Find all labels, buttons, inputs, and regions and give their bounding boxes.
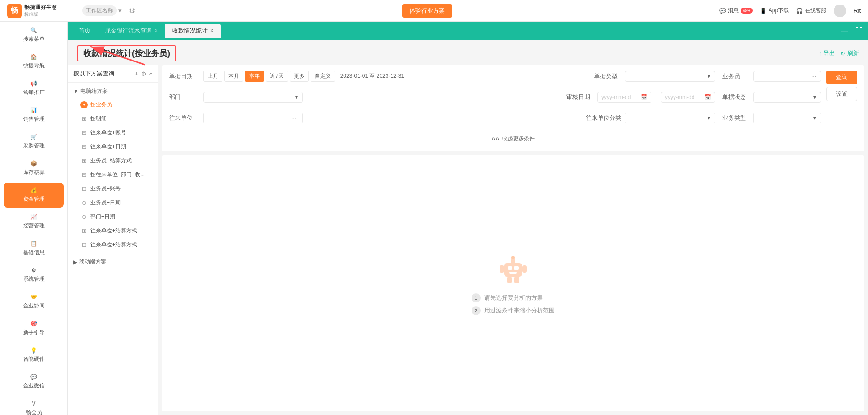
scheme-group-desktop-header[interactable]: ▼ 电脑端方案 bbox=[68, 85, 158, 98]
user-avatar[interactable] bbox=[834, 5, 846, 17]
date-buttons-group: 上月 本月 本年 近7天 更多 自定义 2023-01-01 至 2023-12… bbox=[203, 71, 404, 82]
refresh-icon: ↻ bbox=[840, 50, 845, 57]
settings-button[interactable]: 设置 bbox=[826, 87, 857, 101]
counterparty-more-dots[interactable]: ··· bbox=[290, 115, 298, 121]
tab-bank-flow[interactable]: 现金银行流水查询 × bbox=[98, 24, 165, 38]
query-button[interactable]: 查询 bbox=[826, 71, 857, 84]
scheme-item-salesman-date[interactable]: ⊙ 业务员+日期 bbox=[68, 196, 158, 210]
sidebar-item-inventory[interactable]: 📦 库存核算 bbox=[4, 156, 64, 181]
dept-select[interactable]: ▾ bbox=[203, 92, 303, 103]
business-type-select[interactable]: ▾ bbox=[753, 113, 821, 123]
sidebar-item-enterprise[interactable]: 🤝 企业协同 bbox=[4, 289, 64, 314]
basic-info-icon: 📋 bbox=[30, 241, 37, 247]
audit-date-start[interactable]: yyyy-mm-dd 📅 bbox=[597, 92, 651, 103]
date-btn-more[interactable]: 更多 bbox=[290, 71, 309, 82]
scheme-item-sal-account-label: 业务员+账号 bbox=[90, 185, 121, 193]
scheme-cp-settle2-icon: ⊟ bbox=[80, 241, 88, 248]
online-service-action[interactable]: 🎧 在线客服 bbox=[796, 7, 826, 14]
sidebar-item-wechat[interactable]: 💬 企业微信 bbox=[4, 369, 64, 394]
sidebar: 🔍 搜索菜单 🏠 快捷导航 📢 营销推广 📊 销售管理 🛒 采购管理 📦 库存核… bbox=[0, 22, 68, 415]
sidebar-item-membership[interactable]: V 畅会员 bbox=[4, 396, 64, 415]
tab-home[interactable]: 首页 bbox=[71, 24, 98, 38]
scheme-item-counterparty-dept-collect[interactable]: ⊟ 按往来单位+部门+收... bbox=[68, 168, 158, 182]
sidebar-label-sales: 销售管理 bbox=[23, 115, 45, 123]
scheme-item-sal-date-label: 业务员+日期 bbox=[90, 199, 121, 207]
cp-category-chevron: ▾ bbox=[708, 115, 710, 121]
scheme-item-salesman-settlement[interactable]: ⊞ 业务员+结算方式 bbox=[68, 154, 158, 168]
scheme-header-icons: + ⚙ « bbox=[135, 70, 152, 77]
scheme-item-by-salesman[interactable]: ● 按业务员 bbox=[68, 98, 158, 112]
sidebar-item-system[interactable]: ⚙ 系统管理 bbox=[4, 263, 64, 288]
tab-bank-flow-close[interactable]: × bbox=[155, 28, 158, 34]
scheme-item-counterparty-settlement2[interactable]: ⊟ 往来单位+结算方式 bbox=[68, 238, 158, 252]
sidebar-item-operations[interactable]: 📈 经营管理 bbox=[4, 209, 64, 234]
guide-icon: 🎯 bbox=[30, 321, 37, 327]
date-btn-last-month[interactable]: 上月 bbox=[203, 71, 222, 82]
sidebar-item-sales[interactable]: 📊 销售管理 bbox=[4, 103, 64, 127]
scheme-item-sal-settle-label: 业务员+结算方式 bbox=[90, 157, 132, 165]
date-btn-this-year[interactable]: 本年 bbox=[245, 71, 264, 82]
collapse-row[interactable]: ∧∧ 收起更多条件 bbox=[169, 131, 857, 146]
counterparty-input[interactable]: ··· bbox=[203, 113, 303, 123]
workspace-dropdown[interactable]: 工作区名称 ▾ bbox=[79, 4, 125, 18]
export-button[interactable]: ↑ 导出 bbox=[819, 49, 835, 57]
sidebar-item-purchase[interactable]: 🛒 采购管理 bbox=[4, 129, 64, 154]
scheme-item-counterparty-settlement1[interactable]: ⊞ 往来单位+结算方式 bbox=[68, 224, 158, 238]
tab-minimize-icon[interactable]: — bbox=[839, 25, 850, 37]
sidebar-item-smart-hw[interactable]: 💡 智能硬件 bbox=[4, 343, 64, 368]
workspace-name: 工作区名称 bbox=[82, 5, 117, 16]
empty-steps: 1 请先选择要分析的方案 2 用过滤条件来缩小分析范围 bbox=[472, 293, 555, 315]
sidebar-label-system: 系统管理 bbox=[23, 275, 45, 283]
scheme-collapse-icon[interactable]: « bbox=[149, 71, 152, 77]
salesman-select[interactable]: ··· bbox=[753, 71, 821, 82]
home-tab-label: 首页 bbox=[79, 27, 90, 35]
scheme-group-mobile-header[interactable]: ▶ 移动端方案 bbox=[68, 255, 158, 269]
sidebar-item-guide[interactable]: 🎯 新手引导 bbox=[4, 316, 64, 341]
empty-state: 1 请先选择要分析的方案 2 用过滤条件来缩小分析范围 bbox=[162, 155, 864, 411]
date-btn-this-month[interactable]: 本月 bbox=[224, 71, 243, 82]
tab-collection-stat-close[interactable]: × bbox=[210, 28, 213, 34]
top-header: 畅 畅捷通好生意 标准版 工作区名称 ▾ ⚙ 体验行业方案 💬 消息 99+ 📱… bbox=[0, 0, 868, 22]
date-btn-custom[interactable]: 自定义 bbox=[311, 71, 335, 82]
gear-icon[interactable]: ⚙ bbox=[129, 6, 135, 15]
messages-action[interactable]: 💬 消息 99+ bbox=[719, 7, 753, 14]
tab-collection-stat[interactable]: 收款情况统计 × bbox=[165, 24, 221, 38]
sidebar-item-basic-info[interactable]: 📋 基础信息 bbox=[4, 236, 64, 261]
dept-chevron: ▾ bbox=[295, 94, 298, 100]
header-left: 畅 畅捷通好生意 标准版 工作区名称 ▾ ⚙ bbox=[7, 4, 135, 18]
scheme-mobile-arrow: ▶ bbox=[73, 259, 77, 265]
sidebar-label-guide: 新手引导 bbox=[23, 329, 45, 336]
messages-badge: 99+ bbox=[741, 8, 753, 14]
sidebar-item-marketing[interactable]: 📢 营销推广 bbox=[4, 76, 64, 101]
date-btn-7days[interactable]: 近7天 bbox=[266, 71, 288, 82]
step-num-1: 1 bbox=[472, 293, 481, 302]
doc-status-select[interactable]: ▾ bbox=[753, 92, 821, 103]
scheme-item-dept-date[interactable]: ⊙ 部门+日期 bbox=[68, 210, 158, 224]
scheme-item-salesman-account[interactable]: ⊟ 业务员+账号 bbox=[68, 182, 158, 196]
headset-icon: 🎧 bbox=[796, 8, 803, 14]
export-icon: ↑ bbox=[819, 50, 822, 57]
cp-category-select[interactable]: ▾ bbox=[625, 113, 715, 123]
svg-point-5 bbox=[511, 256, 515, 259]
scheme-add-icon[interactable]: + bbox=[135, 70, 138, 77]
main-content-wrapper: 按以下方案查询 + ⚙ « ▼ 电脑端方案 bbox=[68, 65, 868, 415]
cp-category-section: 往来单位分类 ▾ bbox=[586, 113, 715, 123]
empty-step-2-text: 用过滤条件来缩小分析范围 bbox=[484, 307, 555, 315]
sidebar-item-finance[interactable]: 💰 资金管理 bbox=[4, 183, 64, 208]
svg-rect-2 bbox=[514, 266, 519, 270]
scheme-item-counterparty-date[interactable]: ⊟ 往来单位+日期 bbox=[68, 140, 158, 154]
scheme-cp-account-icon: ⊟ bbox=[80, 129, 88, 136]
refresh-button[interactable]: ↻ 刷新 bbox=[840, 49, 859, 57]
doc-type-select[interactable]: ▾ bbox=[625, 71, 715, 82]
cp-category-label: 往来单位分类 bbox=[586, 114, 621, 122]
sidebar-item-search-menu[interactable]: 🔍 搜索菜单 bbox=[4, 23, 64, 47]
scheme-item-by-mingxi[interactable]: ⊞ 按明细 bbox=[68, 112, 158, 126]
sidebar-item-quick-nav[interactable]: 🏠 快捷导航 bbox=[4, 49, 64, 74]
svg-rect-8 bbox=[507, 277, 512, 283]
app-download-action[interactable]: 📱 App下载 bbox=[760, 7, 789, 14]
audit-date-end[interactable]: yyyy-mm-dd 📅 bbox=[661, 92, 715, 103]
scheme-settings-icon[interactable]: ⚙ bbox=[141, 71, 146, 77]
trial-button[interactable]: 体验行业方案 bbox=[402, 4, 452, 18]
tab-maximize-icon[interactable]: ⛶ bbox=[854, 25, 864, 37]
scheme-item-counterparty-account[interactable]: ⊟ 往来单位+账号 bbox=[68, 126, 158, 140]
